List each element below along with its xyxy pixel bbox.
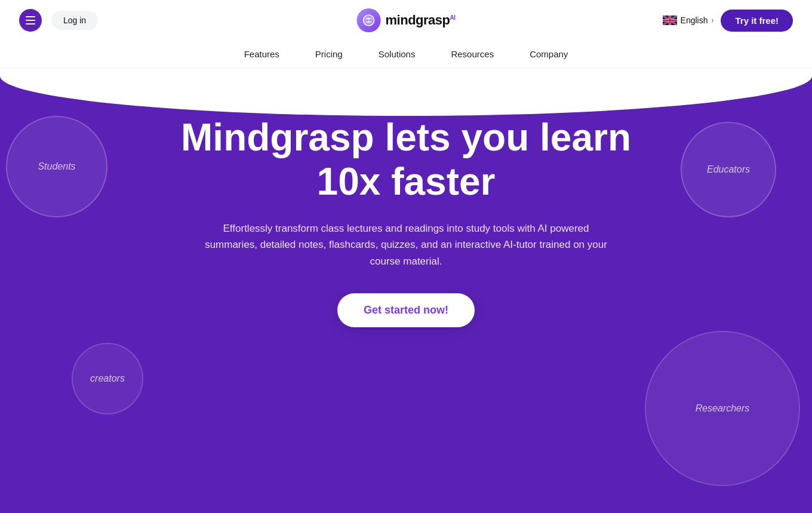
hero-title: Mindgrasp lets you learn 10x faster [181,116,631,204]
language-label: English [681,16,708,25]
navbar-right: English › Try it free! [663,10,793,32]
creators-label: creators [90,373,125,384]
nav-features[interactable]: Features [244,49,279,59]
educators-label: Educators [707,164,750,175]
nav-resources[interactable]: Resources [451,49,494,59]
menu-button[interactable] [19,9,42,32]
logo-text: mindgraspAI [386,13,456,28]
uk-flag-icon [663,16,677,25]
language-selector[interactable]: English › [663,16,714,25]
students-label: Students [38,161,75,172]
researchers-label: Researchers [696,403,750,414]
circle-students: Students [6,116,107,217]
menu-icon-line1 [26,16,35,17]
navbar: Log in mindgraspAI English [0,0,812,41]
chevron-right-icon: › [711,16,713,24]
hero-section: Students Educators creators Researchers … [0,68,812,498]
circle-educators: Educators [681,122,776,217]
nav-company[interactable]: Company [530,49,568,59]
subnav: Features Pricing Solutions Resources Com… [0,41,812,68]
nav-pricing[interactable]: Pricing [315,49,343,59]
circle-researchers: Researchers [645,331,800,486]
menu-icon-line2 [26,20,35,21]
try-free-button[interactable]: Try it free! [721,10,793,32]
brain-svg [362,13,376,27]
bottom-section: Great for Studying, Helping with Homewor… [0,498,812,513]
logo[interactable]: mindgraspAI [357,8,456,32]
nav-solutions[interactable]: Solutions [379,49,416,59]
hero-subtitle: Effortlessly transform class lectures an… [203,220,609,269]
login-button[interactable]: Log in [51,11,98,30]
circle-creators: creators [72,343,143,414]
menu-icon-line3 [26,23,35,24]
navbar-left: Log in [19,9,98,32]
cta-button[interactable]: Get started now! [337,293,475,327]
logo-icon [357,8,381,32]
